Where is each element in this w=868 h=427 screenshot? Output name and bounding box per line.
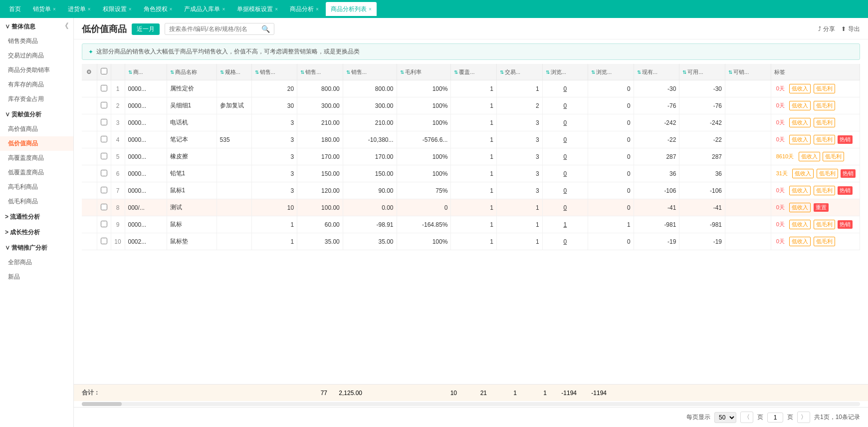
cell-checkbox[interactable] xyxy=(97,182,111,199)
close-icon[interactable]: × xyxy=(170,6,173,12)
sidebar-item-traded-goods[interactable]: 交易过的商品 xyxy=(0,48,73,63)
search-icon[interactable]: 🔍 xyxy=(261,25,270,33)
nav-role-auth[interactable]: 角色授权 × xyxy=(139,2,178,16)
close-icon[interactable]: × xyxy=(53,6,56,12)
cell-settings[interactable] xyxy=(82,80,97,97)
col-browse2[interactable]: ⇅浏览... xyxy=(588,64,634,80)
nav-product-analysis-list[interactable]: 商品分析列表 × xyxy=(326,2,377,16)
row-checkbox[interactable] xyxy=(101,187,107,193)
nav-home[interactable]: 首页 xyxy=(4,2,26,16)
col-spec[interactable]: ⇅规格... xyxy=(217,64,251,80)
row-checkbox[interactable] xyxy=(101,119,107,125)
sidebar-section-overall[interactable]: ∨ 整体信息 《 xyxy=(0,18,73,34)
sidebar-item-high-value[interactable]: 高价值商品 xyxy=(0,122,73,136)
cell-browse1[interactable]: 0 xyxy=(542,80,588,97)
col-code[interactable]: ⇅商... xyxy=(125,64,167,80)
cell-browse1[interactable]: 0 xyxy=(542,182,588,199)
cell-browse1[interactable]: 0 xyxy=(542,114,588,131)
cell-checkbox[interactable] xyxy=(97,114,111,131)
cell-browse1[interactable]: 0 xyxy=(542,165,588,182)
nav-purchase-order[interactable]: 进货单 × xyxy=(63,2,96,16)
row-checkbox[interactable] xyxy=(101,136,107,142)
sidebar-section-marketing[interactable]: ∨ 营销推广分析 xyxy=(0,240,73,255)
close-icon[interactable]: × xyxy=(275,6,278,12)
row-checkbox[interactable] xyxy=(101,238,107,244)
row-checkbox[interactable] xyxy=(101,221,107,227)
cell-settings[interactable] xyxy=(82,97,97,114)
col-trade[interactable]: ⇅交易... xyxy=(496,64,542,80)
export-button[interactable]: ⬆ 导出 xyxy=(841,25,860,33)
sidebar-item-high-coverage[interactable]: 高覆盖度商品 xyxy=(0,151,73,165)
prev-page-button[interactable]: 〈 xyxy=(740,412,753,423)
cell-settings[interactable] xyxy=(82,216,97,233)
sidebar-section-growth[interactable]: > 成长性分析 xyxy=(0,224,73,240)
cell-settings[interactable] xyxy=(82,131,97,148)
col-sales-price[interactable]: ⇅销售... xyxy=(297,64,343,80)
col-settings[interactable]: ⚙ xyxy=(82,64,97,80)
col-sales-amount[interactable]: ⇅销售... xyxy=(343,64,397,80)
cell-checkbox[interactable] xyxy=(97,80,111,97)
table-wrapper[interactable]: ⚙ ⇅商... ⇅商品名称 ⇅规格... ⇅销售... ⇅销售... ⇅销售..… xyxy=(74,64,868,384)
close-icon[interactable]: × xyxy=(129,6,132,12)
sidebar-item-new-goods[interactable]: 新品 xyxy=(0,270,73,284)
sidebar-item-all-goods[interactable]: 全部商品 xyxy=(0,255,73,270)
close-icon[interactable]: × xyxy=(88,6,91,12)
cell-browse1[interactable]: 1 xyxy=(542,216,588,233)
cell-settings[interactable] xyxy=(82,165,97,182)
cell-checkbox[interactable] xyxy=(97,165,111,182)
row-checkbox[interactable] xyxy=(101,85,107,91)
sidebar-item-sales-goods[interactable]: 销售类商品 xyxy=(0,34,73,48)
sidebar-item-low-value[interactable]: 低价值商品 xyxy=(0,136,73,151)
row-checkbox[interactable] xyxy=(101,170,107,176)
per-page-select[interactable]: 50 xyxy=(714,412,736,423)
col-browse1[interactable]: ⇅浏览... xyxy=(542,64,588,80)
sidebar-item-low-coverage[interactable]: 低覆盖度商品 xyxy=(0,165,73,180)
row-checkbox[interactable] xyxy=(101,102,107,108)
close-icon[interactable]: × xyxy=(222,6,225,12)
close-icon[interactable]: × xyxy=(369,6,372,12)
cell-checkbox[interactable] xyxy=(97,131,111,148)
cell-checkbox[interactable] xyxy=(97,233,111,250)
col-coverage[interactable]: ⇅覆盖... xyxy=(451,64,497,80)
sidebar-section-circulation[interactable]: > 流通性分析 xyxy=(0,209,73,224)
col-gross-rate[interactable]: ⇅毛利率 xyxy=(397,64,451,80)
row-checkbox[interactable] xyxy=(101,153,107,159)
col-sales-qty[interactable]: ⇅销售... xyxy=(251,64,297,80)
share-button[interactable]: ⤴ 分享 xyxy=(818,25,835,33)
scrollbar-thumb[interactable] xyxy=(82,402,122,406)
filter-button[interactable]: 近一月 xyxy=(132,23,160,35)
next-page-button[interactable]: 〉 xyxy=(797,412,810,423)
sidebar-section-contribution[interactable]: ∨ 贡献值分析 xyxy=(0,106,73,122)
cell-checkbox[interactable] xyxy=(97,199,111,216)
sidebar-item-low-margin[interactable]: 低毛利商品 xyxy=(0,194,73,209)
nav-sales-order[interactable]: 销货单 × xyxy=(28,2,61,16)
collapse-icon[interactable]: 《 xyxy=(61,22,68,31)
sidebar-item-stocked-goods[interactable]: 有库存的商品 xyxy=(0,77,73,92)
select-all-checkbox[interactable] xyxy=(101,68,107,74)
sidebar-item-category-rate[interactable]: 商品分类助销率 xyxy=(0,63,73,77)
sidebar-item-stock-funds[interactable]: 库存资金占用 xyxy=(0,92,73,106)
cell-settings[interactable] xyxy=(82,233,97,250)
cell-checkbox[interactable] xyxy=(97,97,111,114)
col-available[interactable]: ⇅可用... xyxy=(679,64,725,80)
cell-checkbox[interactable] xyxy=(97,148,111,165)
col-current[interactable]: ⇅现有... xyxy=(634,64,679,80)
cell-settings[interactable] xyxy=(82,182,97,199)
cell-settings[interactable] xyxy=(82,114,97,131)
cell-browse1[interactable]: 0 xyxy=(542,233,588,250)
horizontal-scrollbar[interactable] xyxy=(82,402,860,406)
col-name[interactable]: ⇅商品名称 xyxy=(167,64,217,80)
close-icon[interactable]: × xyxy=(316,6,319,12)
nav-permission[interactable]: 权限设置 × xyxy=(98,2,137,16)
col-saleable[interactable]: ⇅可销... xyxy=(725,64,771,80)
cell-browse1[interactable]: 0 xyxy=(542,199,588,216)
cell-settings[interactable] xyxy=(82,148,97,165)
cell-browse1[interactable]: 0 xyxy=(542,148,588,165)
col-checkbox[interactable] xyxy=(97,64,111,80)
cell-checkbox[interactable] xyxy=(97,216,111,233)
cell-browse1[interactable]: 0 xyxy=(542,131,588,148)
nav-product-analysis[interactable]: 商品分析 × xyxy=(285,2,324,16)
cell-browse1[interactable]: 0 xyxy=(542,97,588,114)
sidebar-item-high-margin[interactable]: 高毛利商品 xyxy=(0,180,73,194)
page-input[interactable] xyxy=(767,413,783,423)
